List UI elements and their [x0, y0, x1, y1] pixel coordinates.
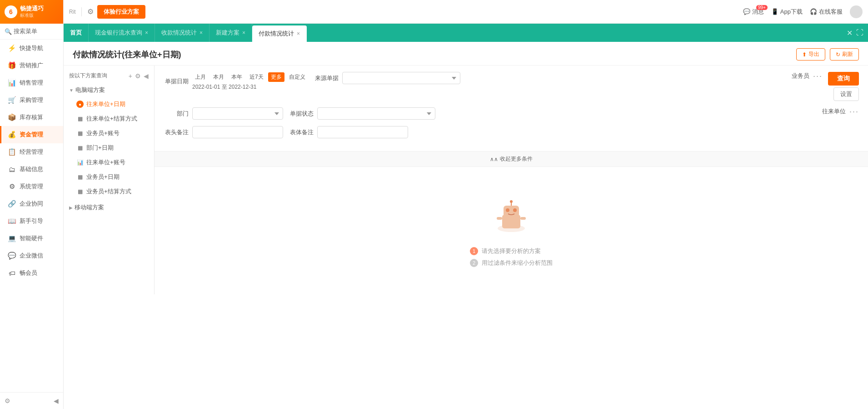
app-icon: 📱: [771, 8, 778, 15]
tab-fullscreen-button[interactable]: ⛶: [856, 29, 863, 37]
sidebar-item-sales[interactable]: 📊 销售管理: [0, 74, 63, 91]
tab-bank[interactable]: 现金银行流水查询 ×: [89, 24, 155, 42]
tip-text-2: 用过滤条件来缩小分析范围: [482, 259, 553, 267]
main-area: Rit ⚙ 体验行业方案 💬 消息 99+ 📱 App下载 🎧 在线客服 首页: [64, 0, 868, 409]
tab-receipt-close[interactable]: ×: [200, 30, 203, 35]
scheme-item-1[interactable]: ▦ 往来单位+结算方式: [64, 111, 154, 126]
sidebar-item-operation[interactable]: 📋 经营管理: [0, 143, 63, 161]
scheme-item-label: 部门+日期: [86, 144, 114, 152]
scheme-item-5[interactable]: ▦ 业务员+日期: [64, 170, 154, 184]
scheme-item-4[interactable]: 📊 往来单位+账号: [64, 155, 154, 170]
guide-icon: 📖: [8, 217, 16, 225]
sidebar-item-label: 资金管理: [20, 131, 43, 139]
filter-item-head-note: 表头备注: [164, 126, 283, 138]
sidebar-item-member[interactable]: 🏷 畅会员: [0, 264, 63, 282]
scheme-item-2[interactable]: ▦ 业务员+账号: [64, 126, 154, 141]
scheme-section-header-mobile[interactable]: ▶ 移动端方案: [64, 201, 154, 214]
sidebar-item-quick-nav[interactable]: ⚡ 快捷导航: [0, 40, 63, 57]
scheme-section-header-pc[interactable]: ▼ 电脑端方案: [64, 83, 154, 97]
filter-item-source: 来源单据: [314, 72, 779, 84]
section-expand-icon: ▼: [69, 88, 74, 93]
tab-new-plan[interactable]: 新建方案 ×: [210, 24, 252, 42]
sidebar-item-capital[interactable]: 💰 资金管理: [0, 126, 63, 143]
scheme-collapse-button[interactable]: ◀: [144, 72, 149, 80]
sidebar-nav: ⚡ 快捷导航 🎁 营销推广 📊 销售管理 🛒 采购管理 📦 库存核算 💰 资金管…: [0, 40, 63, 392]
scheme-item-icon-1: ▦: [76, 115, 84, 122]
trial-button[interactable]: 体验行业方案: [97, 5, 145, 19]
content-body: 按以下方案查询 + ⚙ ◀ ▼ 电脑端方案 ● 往来单位+日期: [64, 66, 868, 294]
date-btn-last-month[interactable]: 上月: [192, 72, 209, 82]
date-btn-this-month[interactable]: 本月: [210, 72, 227, 82]
filter-settings-button[interactable]: 设置: [833, 87, 859, 101]
filter-salesperson-dots[interactable]: ···: [813, 72, 823, 80]
scheme-panel: 按以下方案查询 + ⚙ ◀ ▼ 电脑端方案 ● 往来单位+日期: [64, 66, 155, 294]
sidebar: 6 畅捷通巧 标准版 🔍 搜索菜单 ⚡ 快捷导航 🎁 营销推广 📊 销售管理 🛒…: [0, 0, 64, 409]
date-btn-more[interactable]: 更多: [268, 72, 284, 82]
page-header-actions: ⬆ 导出 ↻ 刷新: [796, 48, 859, 61]
filter-row-2: 部门 单据状态: [164, 107, 859, 120]
sidebar-item-label: 智能硬件: [20, 234, 43, 242]
service-action[interactable]: 🎧 在线客服: [810, 8, 843, 16]
topbar-settings-icon[interactable]: ⚙: [87, 7, 94, 16]
svg-point-3: [506, 208, 509, 212]
scheme-item-label: 业务员+结算方式: [86, 187, 131, 196]
export-button[interactable]: ⬆ 导出: [796, 48, 825, 61]
search-menu[interactable]: 🔍 搜索菜单: [0, 24, 63, 40]
date-btn-custom[interactable]: 自定义: [286, 72, 308, 82]
tab-bank-close[interactable]: ×: [145, 30, 148, 35]
date-btn-this-year[interactable]: 本年: [229, 72, 245, 82]
refresh-button[interactable]: ↻ 刷新: [830, 48, 859, 61]
empty-tip-1: 1 请先选择要分析的方案: [470, 247, 553, 255]
sidebar-item-marketing[interactable]: 🎁 营销推广: [0, 57, 63, 74]
sidebar-item-system[interactable]: ⚙ 系统管理: [0, 178, 63, 195]
sidebar-item-hardware[interactable]: 💻 智能硬件: [0, 230, 63, 247]
topbar-divider: [81, 7, 82, 16]
filter-head-note-input[interactable]: [192, 126, 283, 138]
company-name: Rit: [69, 9, 76, 15]
filter-head-note-label: 表头备注: [164, 128, 189, 136]
filter-counterpart-dots[interactable]: ···: [849, 107, 859, 116]
scheme-item-label: 往来单位+结算方式: [86, 115, 137, 123]
sidebar-collapse-button[interactable]: ◀: [54, 397, 59, 404]
tab-new-plan-close[interactable]: ×: [242, 30, 245, 35]
filter-counterpart-label: 往来单位: [821, 107, 846, 116]
svg-rect-5: [497, 217, 502, 220]
scheme-settings-button[interactable]: ⚙: [135, 72, 141, 80]
empty-tip-2: 2 用过滤条件来缩小分析范围: [470, 259, 553, 267]
tab-home[interactable]: 首页: [64, 24, 89, 42]
sidebar-item-wechat[interactable]: 💬 企业微信: [0, 247, 63, 264]
sidebar-item-inventory[interactable]: 📦 库存核算: [0, 109, 63, 126]
scheme-item-3[interactable]: ▦ 部门+日期: [64, 141, 154, 155]
query-button[interactable]: 查询: [828, 72, 859, 86]
scheme-section-mobile: ▶ 移动端方案: [64, 201, 154, 214]
sidebar-item-purchase[interactable]: 🛒 采购管理: [0, 91, 63, 109]
sidebar-item-basic[interactable]: 🗂 基础信息: [0, 161, 63, 178]
filter-dept-label: 部门: [164, 110, 189, 118]
tab-bar: 首页 现金银行流水查询 × 收款情况统计 × 新建方案 × 付款情况统计 × ✕…: [64, 24, 868, 42]
sidebar-item-enterprise[interactable]: 🔗 企业协同: [0, 195, 63, 212]
sidebar-settings-button[interactable]: ⚙: [5, 397, 10, 404]
scheme-item-icon-0: ●: [76, 101, 84, 108]
sidebar-item-label: 库存核算: [20, 113, 43, 121]
date-btn-7days[interactable]: 近7天: [247, 72, 266, 82]
filter-department-select[interactable]: [192, 107, 283, 120]
service-icon: 🎧: [810, 8, 817, 15]
tab-payment[interactable]: 付款情况统计 ×: [252, 25, 307, 42]
collapse-more-bar[interactable]: ∧∧ 收起更多条件: [155, 151, 868, 167]
tab-payment-close[interactable]: ×: [297, 31, 300, 36]
user-avatar[interactable]: [850, 5, 863, 18]
filter-body-note-input[interactable]: [317, 126, 408, 138]
message-action[interactable]: 💬 消息 99+: [743, 8, 764, 16]
filter-source-select[interactable]: [342, 72, 460, 84]
scheme-item-0[interactable]: ● 往来单位+日期: [64, 97, 154, 111]
sidebar-item-guide[interactable]: 📖 新手引导: [0, 212, 63, 230]
scheme-add-button[interactable]: +: [129, 72, 132, 80]
topbar-right: 💬 消息 99+ 📱 App下载 🎧 在线客服: [743, 5, 863, 18]
scheme-item-6[interactable]: ▦ 业务员+结算方式: [64, 184, 154, 199]
tab-close-all-button[interactable]: ✕: [847, 29, 853, 37]
sidebar-item-label: 企业微信: [20, 252, 43, 260]
scheme-section-label: 移动端方案: [75, 203, 104, 212]
app-download-action[interactable]: 📱 App下载: [771, 8, 803, 16]
tab-receipt[interactable]: 收款情况统计 ×: [155, 24, 210, 42]
filter-doc-status-select[interactable]: [317, 107, 435, 120]
